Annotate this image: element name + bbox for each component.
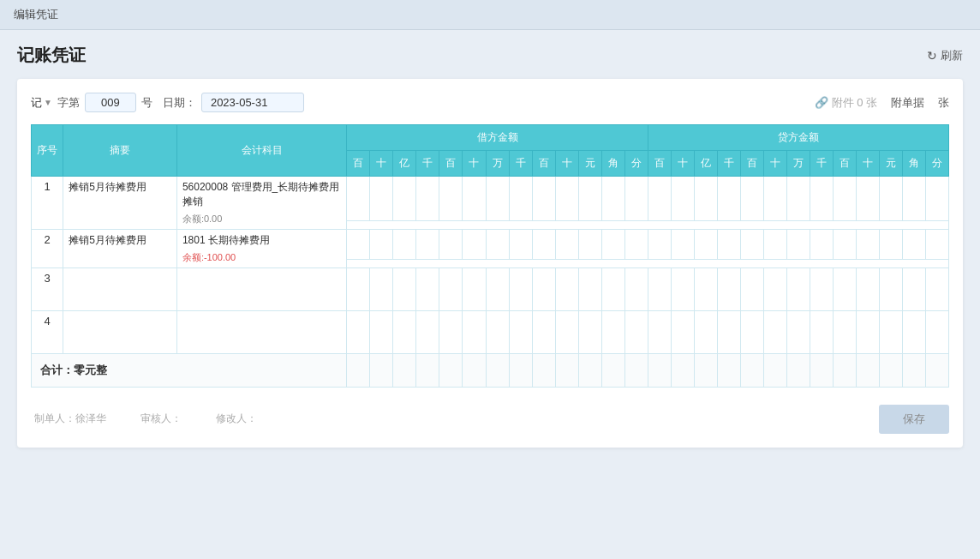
debit-2-r3	[393, 268, 416, 311]
debit-digit-6: 万	[486, 151, 509, 177]
debit-11-r3	[601, 268, 624, 311]
credit-10-r4	[879, 311, 902, 354]
debit-10-r1	[578, 177, 601, 221]
debit-1-r2	[370, 230, 393, 260]
credit-4-r1	[740, 177, 763, 221]
debit-7-r3	[509, 268, 532, 311]
debit-11-r2	[601, 230, 624, 260]
row-account-4[interactable]	[176, 311, 347, 354]
credit-6-r1	[786, 177, 810, 221]
footer-info: 制单人：徐泽华 审核人： 修改人：	[31, 403, 260, 430]
credit-digit-12: 分	[925, 151, 948, 177]
type-group: 记 ▼ 字第 号	[31, 93, 152, 112]
total-row: 合计：零元整	[32, 354, 949, 388]
total-credit-12	[925, 354, 948, 388]
credit-7-r3	[810, 268, 833, 311]
debit-6-r1	[486, 177, 509, 221]
debit-5-r4	[463, 311, 486, 354]
th-credit: 贷方金额	[648, 125, 948, 151]
meta-right: 🔗 附件 0 张 附单据 张	[815, 95, 949, 111]
debit-8-r2	[532, 230, 555, 260]
row-summary-4[interactable]	[63, 311, 177, 354]
credit-1-r2	[671, 230, 694, 260]
total-credit-3	[717, 354, 740, 388]
debit-2-r2	[393, 230, 416, 260]
debit-1-r4	[370, 311, 393, 354]
credit-10-r1	[879, 177, 902, 221]
credit-9-r3	[856, 268, 879, 311]
debit-2-r1	[393, 177, 416, 221]
total-debit-3	[416, 354, 439, 388]
debit-digit-10: 元	[578, 151, 601, 177]
credit-5-r2	[763, 230, 786, 260]
debit-8-r1	[532, 177, 555, 221]
row-account-1[interactable]: 56020008 管理费用_长期待摊费用摊销 余额:0.00	[176, 177, 347, 230]
credit-digit-4: 百	[740, 151, 763, 177]
table-row: 4	[32, 311, 949, 354]
credit-3-r4	[717, 311, 740, 354]
credit-5-r3	[763, 268, 786, 311]
row-summary-3[interactable]	[63, 268, 177, 311]
credit-2-r1	[694, 177, 717, 221]
total-credit-8	[833, 354, 856, 388]
credit-4-r3	[740, 268, 763, 311]
debit-digit-3: 千	[416, 151, 439, 177]
credit-0-r2	[648, 230, 671, 260]
attach-link[interactable]: 🔗 附件 0 张	[815, 95, 877, 111]
debit-digit-8: 百	[532, 151, 555, 177]
debit-9-r4	[555, 311, 578, 354]
credit-digit-9: 十	[856, 151, 879, 177]
credit-7-r1	[810, 177, 833, 221]
credit-digit-6: 万	[786, 151, 810, 177]
credit-2-r2	[694, 230, 717, 260]
debit-3-r1	[416, 177, 439, 221]
debit-11-r1	[601, 177, 624, 221]
debit-10-r2	[578, 230, 601, 260]
row-summary-1[interactable]: 摊销5月待摊费用	[63, 177, 177, 230]
credit-8-r3	[833, 268, 856, 311]
row-account-2[interactable]: 1801 长期待摊费用 余额:-100.00	[176, 230, 347, 268]
credit-0-r3	[648, 268, 671, 311]
type-dropdown[interactable]: 记 ▼	[31, 95, 52, 111]
debit-12-r1	[624, 177, 648, 221]
maker-label: 制单人：徐泽华	[34, 412, 106, 426]
credit-5-r4	[763, 311, 786, 354]
debit-digit-5: 十	[463, 151, 486, 177]
refresh-button[interactable]: ↻ 刷新	[927, 48, 963, 63]
debit-7-r4	[509, 311, 532, 354]
page-title: 记账凭证	[17, 44, 86, 67]
total-credit-0	[648, 354, 671, 388]
total-credit-6	[786, 354, 810, 388]
row-seq-2: 2	[32, 230, 63, 268]
debit-3-r4	[416, 311, 439, 354]
debit-10-r3	[578, 268, 601, 311]
debit-12-r4	[624, 311, 648, 354]
debit-2-r4	[393, 311, 416, 354]
hao-label: 号	[141, 95, 152, 111]
th-summary: 摘要	[63, 125, 177, 177]
debit-11-r4	[601, 311, 624, 354]
voucher-number-input[interactable]	[85, 93, 136, 112]
date-input[interactable]	[201, 93, 304, 112]
row-seq-1: 1	[32, 177, 63, 230]
credit-digit-11: 角	[902, 151, 925, 177]
credit-2-r4	[694, 311, 717, 354]
credit-11-r3	[902, 268, 925, 311]
voucher-meta: 记 ▼ 字第 号 日期： 🔗 附件 0 张 附单据 张	[31, 93, 949, 112]
credit-3-r2	[717, 230, 740, 260]
credit-0-r4	[648, 311, 671, 354]
total-debit-9	[555, 354, 578, 388]
row-seq-3: 3	[32, 268, 63, 311]
total-debit-8	[532, 354, 555, 388]
credit-6-r3	[786, 268, 810, 311]
save-button[interactable]: 保存	[879, 405, 949, 434]
row-summary-2[interactable]: 摊销5月待摊费用	[63, 230, 177, 268]
debit-7-r1	[509, 177, 532, 221]
credit-12-r1	[925, 177, 948, 221]
attach-single-btn[interactable]: 附单据	[891, 95, 924, 111]
total-label: 合计：零元整	[32, 354, 347, 388]
row-account-3[interactable]	[176, 268, 347, 311]
credit-9-r4	[856, 311, 879, 354]
total-debit-2	[393, 354, 416, 388]
debit-4-r2	[439, 230, 463, 260]
